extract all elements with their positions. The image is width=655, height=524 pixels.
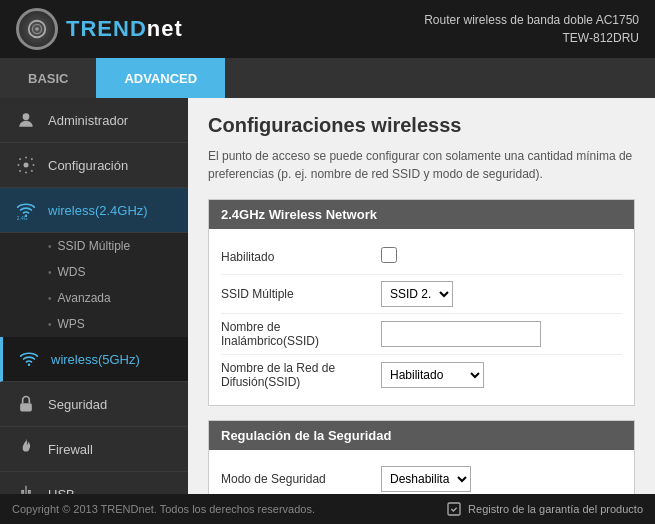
label-nombre-inalambrico: Nombre de Inalámbrico(SSID) xyxy=(221,320,381,348)
tab-advanced[interactable]: ADVANCED xyxy=(96,58,225,98)
select-nombre-red[interactable]: Habilitado Deshabilitado xyxy=(381,362,484,388)
svg-text:2.4G: 2.4G xyxy=(17,215,28,220)
sidebar-item-admin[interactable]: Administrador xyxy=(0,98,188,143)
control-ssid-multiple: SSID 1 SSID 2. SSID 3 SSID 4 xyxy=(381,281,622,307)
sidebar-item-wireless24[interactable]: 2.4G wireless(2.4GHz) xyxy=(0,188,188,233)
fire-icon xyxy=(14,437,38,461)
control-nombre-red: Habilitado Deshabilitado xyxy=(381,362,622,388)
checkbox-habilitado[interactable] xyxy=(381,247,397,263)
form-row-habilitado: Habilitado xyxy=(221,239,622,275)
label-habilitado: Habilitado xyxy=(221,250,381,264)
logo-text-pre: TREND xyxy=(66,16,147,41)
page-description: El punto de acceso se puede configurar c… xyxy=(208,147,635,183)
sidebar-item-firewall[interactable]: Firewall xyxy=(0,427,188,472)
svg-rect-9 xyxy=(448,503,460,515)
footer-warranty: Registro de la garantía del producto xyxy=(468,503,643,515)
label-ssid-multiple: SSID Múltiple xyxy=(221,287,381,301)
svg-rect-8 xyxy=(20,403,32,411)
footer-right: Registro de la garantía del producto xyxy=(446,501,643,517)
sidebar-item-config[interactable]: Configuración xyxy=(0,143,188,188)
logo-text: TRENDnet xyxy=(66,16,183,42)
sidebar-label-firewall: Firewall xyxy=(48,442,93,457)
control-modo-seguridad: Deshabilita WEP WPA WPA2 xyxy=(381,466,622,492)
logo-text-post: net xyxy=(147,16,183,41)
form-row-modo-seguridad: Modo de Seguridad Deshabilita WEP WPA WP… xyxy=(221,460,622,494)
sidebar-subitem-ssid-multiple[interactable]: SSID Múltiple xyxy=(0,233,188,259)
footer: Copyright © 2013 TRENDnet. Todos los der… xyxy=(0,494,655,524)
sidebar-item-security[interactable]: Seguridad xyxy=(0,382,188,427)
form-row-nombre-inalambrico: Nombre de Inalámbrico(SSID) xyxy=(221,314,622,355)
sidebar-label-config: Configuración xyxy=(48,158,128,173)
sidebar-subitems-wireless24: SSID Múltiple WDS Avanzada WPS xyxy=(0,233,188,337)
sidebar-item-wireless5[interactable]: wireless(5GHz) xyxy=(0,337,188,382)
sidebar-subitem-wps[interactable]: WPS xyxy=(0,311,188,337)
form-row-nombre-red: Nombre de la Red de Difusión(SSID) Habil… xyxy=(221,355,622,395)
sidebar-subitem-wds[interactable]: WDS xyxy=(0,259,188,285)
router-model: Router wireless de banda doble AC1750 xyxy=(424,11,639,29)
svg-point-4 xyxy=(24,163,29,168)
main-layout: Administrador Configuración 2.4G xyxy=(0,98,655,494)
logo: TRENDnet xyxy=(16,8,183,50)
warranty-icon xyxy=(446,501,462,517)
logo-ring xyxy=(16,8,58,50)
sidebar-label-usb: USB xyxy=(48,487,75,495)
lock-icon xyxy=(14,392,38,416)
wifi-5-icon xyxy=(17,347,41,371)
svg-point-3 xyxy=(23,113,30,120)
section-security: Regulación de la Seguridad Modo de Segur… xyxy=(208,420,635,494)
sidebar-label-wireless5: wireless(5GHz) xyxy=(51,352,140,367)
footer-copyright: Copyright © 2013 TRENDnet. Todos los der… xyxy=(12,503,315,515)
form-row-ssid-multiple: SSID Múltiple SSID 1 SSID 2. SSID 3 SSID… xyxy=(221,275,622,314)
header: TRENDnet Router wireless de banda doble … xyxy=(0,0,655,58)
content-area: Configuraciones wirelesss El punto de ac… xyxy=(188,98,655,494)
router-id: TEW-812DRU xyxy=(424,29,639,47)
section-security-title: Regulación de la Seguridad xyxy=(209,421,634,450)
section-wireless-24-body: Habilitado SSID Múltiple SSID 1 SSID 2. … xyxy=(209,229,634,405)
wifi-24-icon: 2.4G xyxy=(14,198,38,222)
sidebar-label-wireless24: wireless(2.4GHz) xyxy=(48,203,148,218)
sidebar-item-usb[interactable]: USB xyxy=(0,472,188,494)
input-nombre-inalambrico[interactable] xyxy=(381,321,541,347)
usb-icon xyxy=(14,482,38,494)
tab-basic[interactable]: BASIC xyxy=(0,58,96,98)
section-security-body: Modo de Seguridad Deshabilita WEP WPA WP… xyxy=(209,450,634,494)
header-info: Router wireless de banda doble AC1750 TE… xyxy=(424,11,639,47)
sidebar-label-security: Seguridad xyxy=(48,397,107,412)
section-wireless-24-title: 2.4GHz Wireless Network xyxy=(209,200,634,229)
control-nombre-inalambrico xyxy=(381,321,622,347)
label-nombre-red: Nombre de la Red de Difusión(SSID) xyxy=(221,361,381,389)
user-icon xyxy=(14,108,38,132)
select-ssid-multiple[interactable]: SSID 1 SSID 2. SSID 3 SSID 4 xyxy=(381,281,453,307)
svg-point-7 xyxy=(28,364,31,367)
label-modo-seguridad: Modo de Seguridad xyxy=(221,472,381,486)
section-wireless-24: 2.4GHz Wireless Network Habilitado SSID … xyxy=(208,199,635,406)
tab-bar: BASIC ADVANCED xyxy=(0,58,655,98)
gear-icon xyxy=(14,153,38,177)
page-title: Configuraciones wirelesss xyxy=(208,114,635,137)
sidebar: Administrador Configuración 2.4G xyxy=(0,98,188,494)
sidebar-label-admin: Administrador xyxy=(48,113,128,128)
select-modo-seguridad[interactable]: Deshabilita WEP WPA WPA2 xyxy=(381,466,471,492)
svg-point-2 xyxy=(35,27,39,31)
logo-icon xyxy=(26,18,48,40)
control-habilitado xyxy=(381,247,622,266)
sidebar-subitem-avanzada[interactable]: Avanzada xyxy=(0,285,188,311)
